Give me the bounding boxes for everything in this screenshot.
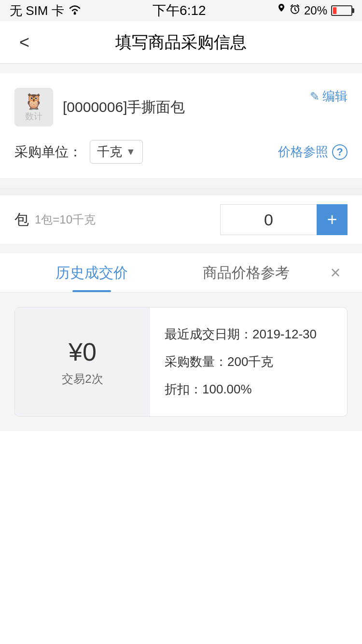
history-price: ¥0 xyxy=(69,337,97,366)
discount-label: 折扣： xyxy=(165,382,202,396)
status-time: 下午6:12 xyxy=(153,1,206,20)
unit-value: 千克 xyxy=(97,143,122,160)
tab-price-reference[interactable]: 商品价格参考 xyxy=(169,253,323,292)
discount-value: 100.00% xyxy=(202,382,252,396)
back-button[interactable]: < xyxy=(14,28,34,57)
dropdown-arrow-icon: ▼ xyxy=(126,146,136,157)
unit-conversion: 1包=10千克 xyxy=(35,212,96,227)
tabs-header: 历史成交价 商品价格参考 × xyxy=(0,253,362,292)
tab-history-label: 历史成交价 xyxy=(56,263,128,283)
purchase-quantity-row: 采购数量：200千克 xyxy=(165,352,333,371)
history-card-left: ¥0 交易2次 xyxy=(15,308,150,416)
purchase-unit-label: 采购单位： xyxy=(14,143,82,161)
history-card: ¥0 交易2次 最近成交日期：2019-12-30 采购数量：200千克 折扣：… xyxy=(14,307,348,417)
purchase-unit-row: 采购单位： 千克 ▼ 价格参照 ? xyxy=(14,140,348,164)
tabs-section: 历史成交价 商品价格参考 × xyxy=(0,253,362,293)
edit-button[interactable]: ✎ 编辑 xyxy=(310,88,348,105)
product-logo: 🦉 数计 xyxy=(14,88,53,126)
recent-date-value: 2019-12-30 xyxy=(252,327,317,341)
purchase-unit-left: 采购单位： 千克 ▼ xyxy=(14,140,143,164)
recent-date-row: 最近成交日期：2019-12-30 xyxy=(165,325,333,344)
history-trades: 交易2次 xyxy=(62,371,103,387)
discount-row: 折扣：100.00% xyxy=(165,380,333,399)
currency-symbol: ¥ xyxy=(69,338,83,366)
tab-content-area: ¥0 交易2次 最近成交日期：2019-12-30 采购数量：200千克 折扣：… xyxy=(0,293,362,431)
quantity-section: 包 1包=10千克 + xyxy=(0,196,362,244)
status-carrier: 无 SIM 卡 xyxy=(10,2,82,19)
history-card-right: 最近成交日期：2019-12-30 采购数量：200千克 折扣：100.00% xyxy=(150,308,347,416)
status-icons: 20% xyxy=(277,4,352,17)
edit-icon: ✎ xyxy=(310,90,320,103)
logo-sub-text: 数计 xyxy=(25,111,42,122)
alarm-icon xyxy=(290,4,300,17)
battery-icon xyxy=(331,5,352,16)
wifi-icon xyxy=(68,3,82,18)
svg-point-0 xyxy=(73,12,76,14)
price-ref-label: 价格参照 xyxy=(278,143,328,160)
status-bar: 无 SIM 卡 下午6:12 20% xyxy=(0,0,362,21)
nav-bar: < 填写商品采购信息 xyxy=(0,21,362,64)
edit-label: 编辑 xyxy=(322,88,348,105)
logo-owl-icon: 🦉 xyxy=(24,92,43,111)
price-reference-button[interactable]: 价格参照 ? xyxy=(278,143,348,160)
recent-date-label: 最近成交日期： xyxy=(165,327,252,341)
help-icon: ? xyxy=(332,144,348,160)
quantity-label: 包 1包=10千克 xyxy=(14,210,96,230)
unit-name: 包 xyxy=(14,210,29,230)
battery-percent: 20% xyxy=(304,4,327,17)
price-value: 0 xyxy=(83,338,97,366)
quantity-label-text: 采购数量： xyxy=(165,354,227,369)
quantity-control: + xyxy=(220,204,348,235)
quantity-plus-button[interactable]: + xyxy=(317,204,348,235)
unit-dropdown[interactable]: 千克 ▼ xyxy=(90,140,143,164)
tab-history-price[interactable]: 历史成交价 xyxy=(14,253,169,292)
tabs-close-button[interactable]: × xyxy=(323,261,348,285)
tab-price-ref-label: 商品价格参考 xyxy=(203,263,290,283)
product-left: 🦉 数计 [0000006]手撕面包 xyxy=(14,88,185,126)
quantity-input[interactable] xyxy=(220,204,317,235)
location-icon xyxy=(277,4,286,17)
page-title: 填写商品采购信息 xyxy=(115,31,247,54)
product-section: 🦉 数计 [0000006]手撕面包 ✎ 编辑 采购单位： 千克 ▼ 价格参照 … xyxy=(0,73,362,178)
product-full-name: [0000006]手撕面包 xyxy=(63,98,185,117)
section-divider xyxy=(0,188,362,196)
quantity-value: 200千克 xyxy=(227,354,273,369)
product-header: 🦉 数计 [0000006]手撕面包 ✎ 编辑 xyxy=(14,88,348,126)
main-content-area xyxy=(0,431,362,644)
close-icon: × xyxy=(330,263,340,283)
carrier-text: 无 SIM 卡 xyxy=(10,2,64,19)
